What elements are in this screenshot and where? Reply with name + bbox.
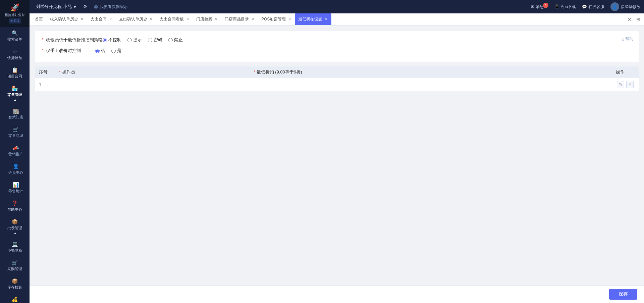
- tab-close-income-history[interactable]: ✕: [80, 17, 84, 21]
- download-icon: 📱: [554, 4, 559, 9]
- th-operator: * 操作员: [55, 66, 250, 78]
- discount-policy-label: * 收银员低于最低折扣控制策略: [42, 37, 103, 43]
- radio-no-control[interactable]: [103, 38, 107, 42]
- sidebar-item-wholesale[interactable]: 📦批发管理▲: [0, 215, 30, 238]
- demo-text: 我要看实例演示: [100, 4, 128, 10]
- sidebar-item-shortcut[interactable]: ☆快捷导航: [0, 45, 30, 64]
- tab-close-payment-contract-board[interactable]: ✕: [186, 17, 189, 21]
- main-area: 测试分开克程-小兄 ▾ ⚙ ◎ 我要看实例演示 ✉ 消息 8 📱 App下载 💬…: [30, 0, 644, 303]
- sidebar-item-project-contract[interactable]: 📋项目合同: [0, 64, 30, 82]
- edit-button[interactable]: ✎: [617, 81, 624, 88]
- tab-label-payment-contract: 支出合同: [91, 16, 107, 22]
- retail-management-icon: 🏪: [12, 86, 18, 92]
- manual-price-label: * 仅手工改价时控制: [42, 48, 95, 54]
- tab-pos-password[interactable]: POS加密管理✕: [258, 13, 295, 26]
- tab-payment-contract-board[interactable]: 支出合同看板✕: [156, 13, 193, 26]
- tab-close-store-catalog[interactable]: ✕: [251, 17, 254, 21]
- purchase-icon: 🛒: [12, 260, 18, 266]
- tab-close-store-file[interactable]: ✕: [215, 17, 218, 21]
- project-name: 测试分开克程-小兄: [36, 4, 72, 10]
- cell-operator: [55, 78, 250, 91]
- tab-label-store-catalog: 门店商品目录: [225, 16, 249, 22]
- help-center-label: 帮助中心: [7, 207, 22, 212]
- shortcut-label: 快捷导航: [7, 55, 22, 60]
- radio-password[interactable]: [148, 38, 152, 42]
- tab-label-store-file: 门店档案: [196, 16, 212, 22]
- option-forbid[interactable]: 禁止: [168, 37, 183, 43]
- radio-remind[interactable]: [127, 38, 132, 42]
- sidebar-item-member-center[interactable]: 👤会员中心: [0, 160, 30, 179]
- topbar-settings-icon[interactable]: ⚙: [82, 2, 89, 11]
- tab-close-min-discount[interactable]: ✕: [325, 17, 328, 21]
- tab-income-history[interactable]: 收入确认单历史✕: [47, 13, 87, 26]
- option-yes[interactable]: 是: [111, 48, 121, 54]
- message-badge: 8: [543, 3, 548, 8]
- sidebar-item-smart-store[interactable]: 🏬智慧门店: [0, 105, 30, 123]
- tab-store-file[interactable]: 门店档案✕: [193, 13, 221, 26]
- radio-no[interactable]: [95, 49, 100, 53]
- sidebar-item-help-center[interactable]: ❓帮助中心: [0, 197, 30, 215]
- project-contract-icon: 📋: [12, 67, 18, 73]
- messages-button[interactable]: ✉ 消息 8: [531, 4, 548, 10]
- retail-statistics-label: 零售统计: [8, 189, 23, 194]
- tab-close-payment-confirm-history[interactable]: ✕: [150, 17, 153, 21]
- save-button[interactable]: 保存: [609, 289, 637, 300]
- delete-button[interactable]: ✕: [626, 81, 634, 88]
- tab-min-discount[interactable]: 最低折扣设置✕: [295, 13, 331, 26]
- user-name: 徐泽华修改: [621, 4, 641, 10]
- sidebar-item-search[interactable]: 🔍搜索菜单: [0, 27, 30, 45]
- cell-action: ✎ ✕: [612, 78, 639, 91]
- app-download-label: App下载: [561, 4, 576, 10]
- sidebar-item-retail-management[interactable]: 🏪零售管理▲: [0, 82, 30, 105]
- radio-yes[interactable]: [111, 49, 116, 53]
- sidebar-item-inventory[interactable]: 📦库存核算: [0, 275, 30, 293]
- content-area: ℹ 帮助 * 收银员低于最低折扣控制策略 不控制 提示: [30, 26, 644, 285]
- message-label: 消息: [536, 4, 544, 10]
- tab-close-pos-password[interactable]: ✕: [288, 17, 291, 21]
- option-remind[interactable]: 提示: [127, 37, 142, 43]
- shortcut-icon: ☆: [13, 49, 17, 55]
- smart-store-icon: 🏬: [13, 108, 19, 114]
- app-download-button[interactable]: 📱 App下载: [554, 4, 576, 10]
- search-label: 搜索菜单: [7, 37, 22, 42]
- option-no-control[interactable]: 不控制: [103, 37, 121, 43]
- retail-mall-icon: 🛒: [13, 127, 19, 133]
- sidebar-item-purchase[interactable]: 🛒采购管理: [0, 256, 30, 275]
- online-service-button[interactable]: 💬 在线客服: [582, 4, 604, 10]
- sidebar-item-marketing[interactable]: 📣营销推广: [0, 142, 30, 160]
- radio-forbid[interactable]: [168, 38, 173, 42]
- option-password[interactable]: 密码: [148, 37, 162, 43]
- cell-min-discount: [250, 78, 612, 91]
- wholesale-label: 批发管理: [7, 225, 22, 231]
- sidebar-item-funds[interactable]: 💰资金管理: [0, 293, 30, 303]
- expand-tabs-icon[interactable]: ⊞: [635, 16, 642, 23]
- inventory-icon: 📦: [12, 278, 18, 284]
- project-contract-label: 项目合同: [7, 74, 22, 79]
- inventory-label: 库存核算: [7, 285, 22, 290]
- tab-close-payment-contract[interactable]: ✕: [109, 17, 112, 21]
- tab-store-catalog[interactable]: 门店商品目录✕: [221, 13, 258, 26]
- demo-icon: ◎: [94, 4, 98, 9]
- demo-link[interactable]: ◎ 我要看实例演示: [94, 4, 128, 10]
- tab-label-pos-password: POS加密管理: [261, 16, 286, 22]
- ecommerce-label: 小畅电商: [7, 248, 22, 253]
- sidebar-item-retail-mall[interactable]: 🛒零售商城: [0, 123, 30, 142]
- tab-payment-confirm-history[interactable]: 支出确认单历史✕: [116, 13, 156, 26]
- sidebar-item-ecommerce[interactable]: 💻小畅电商: [0, 238, 30, 256]
- option-no[interactable]: 否: [95, 48, 105, 54]
- service-icon: 💬: [582, 4, 587, 9]
- tab-label-income-history: 收入确认单历史: [50, 16, 78, 22]
- close-tab-icon[interactable]: ✕: [626, 16, 633, 23]
- tab-home[interactable]: 首页: [32, 13, 47, 26]
- th-seq: 序号: [35, 66, 55, 78]
- help-button[interactable]: ℹ 帮助: [622, 36, 633, 42]
- chevron-down-icon: ▲: [14, 231, 17, 235]
- sidebar-item-retail-statistics[interactable]: 📊零售统计: [0, 179, 30, 197]
- tab-label-payment-confirm-history: 支出确认单历史: [119, 16, 147, 22]
- avatar: 👤: [610, 2, 619, 11]
- project-selector[interactable]: 测试分开克程-小兄 ▾: [33, 2, 79, 11]
- tab-payment-contract[interactable]: 支出合同✕: [87, 13, 116, 26]
- edition-badge: 专业版: [9, 18, 21, 23]
- user-profile-button[interactable]: 👤 徐泽华修改: [610, 2, 641, 11]
- ecommerce-icon: 💻: [12, 241, 18, 247]
